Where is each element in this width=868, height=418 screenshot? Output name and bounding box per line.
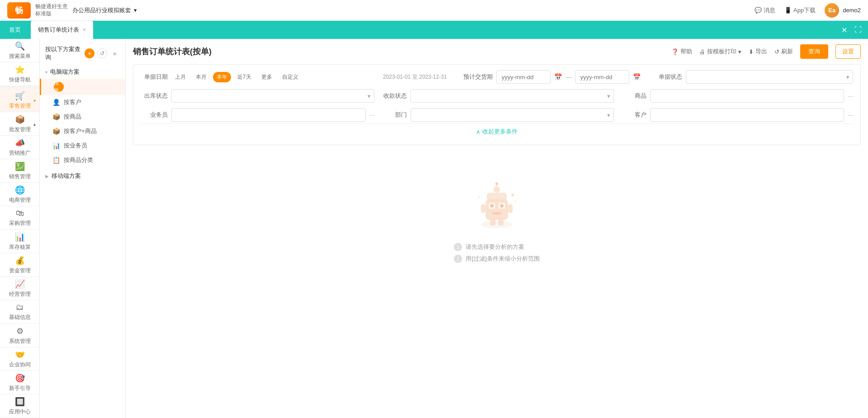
tab-sales-order[interactable]: 销售订单统计表 × [31,21,93,39]
scheme-group-header-mobile[interactable]: ▶ 移动端方案 [40,169,125,183]
salesperson-icon: 📊 [52,142,60,149]
svg-rect-9 [490,218,495,225]
purchase-icon: 🛍 [16,209,24,218]
bill-status-select[interactable] [686,70,853,84]
bill-status-label: 单据状态 [655,73,682,81]
message-button[interactable]: 💬 消息 [755,6,775,14]
date-range-text: 2023-01-01 至 2023-12-31 [383,73,447,81]
payment-status-select[interactable] [410,89,613,103]
sidebar-item-purchase[interactable]: 🛍 采购管理 [0,206,39,230]
sidebar-search[interactable]: 🔍 搜索菜单 [0,39,39,62]
svg-point-14 [495,182,498,185]
shortcut-custom[interactable]: 自定义 [278,72,302,82]
collapse-panel-button[interactable]: « [110,48,120,58]
category-icon: 📋 [52,157,60,164]
sidebar-quicknav[interactable]: ⭐ 快捷导航 [0,62,39,86]
shortcut-more[interactable]: 更多 [258,72,276,82]
customer-input[interactable] [650,108,844,122]
operations-icon: 📈 [15,279,25,289]
breadcrumb-arrow[interactable]: ▾ [134,7,137,14]
user-area[interactable]: Ea demo2 [825,3,861,18]
scheme-item-by-customer-goods[interactable]: 📦 按客户+商品 [40,124,125,138]
refresh-scheme-button[interactable]: ↺ [97,48,107,58]
app-download-button[interactable]: 📱 App下载 [784,6,816,14]
delivery-status-cell: 出库状态 ▾ [141,89,374,103]
sidebar-item-ecommerce[interactable]: 🌐 电商管理 [0,183,39,206]
tabbar: 首页 销售订单统计表 × ✕ ⛶ [0,21,868,39]
message-icon: 💬 [755,7,762,14]
customer-more-button[interactable]: ··· [848,111,853,119]
tab-close-icon[interactable]: × [83,27,86,33]
shortcut-7days[interactable]: 近7天 [234,72,255,82]
print-icon: 🖨 [699,48,705,55]
window-close-button[interactable]: ✕ [840,24,849,36]
page-actions: ❓ 帮助 🖨 按模板打印 ▾ ⬇ 导出 ↺ 刷新 [671,44,861,59]
sidebar-item-basic-info[interactable]: 🗂 基础信息 [0,300,39,324]
sidebar-item-marketing[interactable]: 📣 营销推广 [0,136,39,159]
export-button[interactable]: ⬇ 导出 [749,48,767,56]
sidebar-item-app-center[interactable]: 🔲 应用中心 [0,394,39,418]
calendar-to-icon[interactable]: 📅 [633,73,641,81]
filter-row-3: 业务员 ··· 部门 ▾ 客户 [141,108,853,122]
active-indicator: 按单 [54,82,64,92]
delivery-date-to[interactable] [575,70,629,84]
svg-point-17 [478,196,480,198]
svg-point-5 [500,204,504,208]
sidebar-item-finance[interactable]: 💰 资金管理 [0,253,39,277]
goods-label: 商品 [619,92,646,100]
window-maximize-button[interactable]: ⛶ [853,24,863,36]
add-scheme-button[interactable]: + [85,48,94,58]
scheme-item-by-goods[interactable]: 📦 按商品 [40,109,125,124]
panel-title: 按以下方案查询 [45,45,82,62]
left-panel: 按以下方案查询 + ↺ « ▾ 电脑端方案 按单 [40,39,126,418]
settings-button[interactable]: 设置 [835,44,861,59]
sidebar-item-system[interactable]: ⚙ 系统管理 [0,324,39,347]
salesperson-cell: 业务员 ··· [141,108,374,122]
department-select[interactable] [410,108,613,122]
sidebar-item-sales[interactable]: 💹 销售管理 [0,159,39,183]
goods-input[interactable] [650,89,844,103]
breadcrumb[interactable]: 办公用品行业模拟账套 ▾ [72,6,137,14]
collapse-more-button[interactable]: ∧ 收起更多条件 [141,124,853,139]
scheme-item-by-category[interactable]: 📋 按商品分类 [40,153,125,167]
shortcut-last-month[interactable]: 上月 [171,72,189,82]
expand-arrow-mobile-icon: ▶ [45,174,49,179]
sales-icon: 💹 [15,162,25,171]
scheme-item-by-salesperson[interactable]: 📊 按业务员 [40,138,125,153]
salesperson-input[interactable] [171,108,366,122]
sidebar-item-operations[interactable]: 📈 经营管理 [0,277,39,300]
shortcut-this-month[interactable]: 本月 [192,72,210,82]
topbar-left: 畅 畅捷通好生意 标准版 办公用品行业模拟账套 ▾ [7,2,137,19]
sidebar-item-retail[interactable]: 🛒 零售管理 ▾ [0,89,39,112]
empty-tip-1: 1 请先选择要分析的方案 [454,243,539,251]
delivery-status-select[interactable] [171,89,374,103]
scheme-item-by-customer[interactable]: 👤 按客户 [40,95,125,109]
sidebar-item-wholesale[interactable]: 📦 批发管理 ▴ [0,112,39,136]
sidebar-item-newbie[interactable]: 🎯 新手引导 [0,371,39,394]
delivery-date-from[interactable] [496,70,551,84]
scheme-item-by-bill[interactable]: 按单 [40,79,125,95]
topbar-right: 💬 消息 📱 App下载 Ea demo2 [755,3,861,18]
query-button[interactable]: 查询 [800,44,828,59]
svg-rect-10 [498,218,504,225]
sidebar-item-enterprise[interactable]: 🤝 企业协同 [0,347,39,371]
inventory-icon: 📊 [15,232,25,242]
print-template-button[interactable]: 🖨 按模板打印 ▾ [699,48,741,56]
department-cell: 部门 ▾ [380,108,613,122]
date-shortcuts: 上月 本月 本年 近7天 更多 [171,72,302,82]
filter-row-1: 单据日期 上月 本月 本年 近7天 [141,70,853,84]
scheme-group-header-desktop[interactable]: ▾ 电脑端方案 [40,65,125,79]
svg-point-15 [511,194,514,196]
refresh-button[interactable]: ↺ 刷新 [774,48,793,56]
tip-num-1: 1 [454,243,462,251]
goods-more-button[interactable]: ··· [848,92,853,100]
delivery-date-cell: 预计交货期 📅 — 📅 [461,70,641,84]
salesperson-more-button[interactable]: ··· [369,111,375,119]
help-button[interactable]: ❓ 帮助 [671,48,692,56]
calendar-from-icon[interactable]: 📅 [554,73,562,81]
payment-status-cell: 收款状态 ▾ [380,89,613,103]
tab-home[interactable]: 首页 [0,21,30,39]
enterprise-icon: 🤝 [15,350,25,360]
sidebar-item-inventory[interactable]: 📊 库存核算 [0,230,39,253]
shortcut-this-year[interactable]: 本年 [213,72,231,82]
